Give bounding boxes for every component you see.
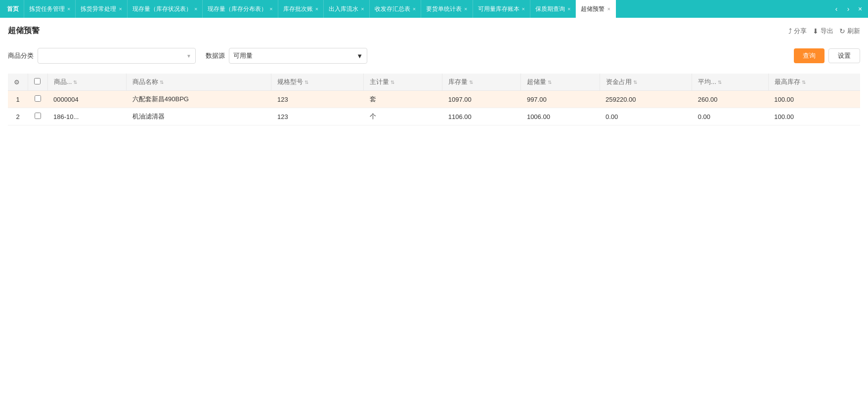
th-capital-occupied[interactable]: 资金占用 ⇅: [600, 74, 692, 91]
query-button[interactable]: 查询: [794, 48, 825, 63]
cell-avg: 0.00: [692, 108, 769, 125]
product-category-select[interactable]: ▼: [38, 48, 196, 64]
nav-tab-order-stats[interactable]: 要货单统计表 ×: [421, 0, 473, 18]
th-avg[interactable]: 平均... ⇅: [692, 74, 769, 91]
sort-icon-product-name: ⇅: [160, 79, 164, 85]
data-table: ⚙ 商品... ⇅ 商品名称 ⇅: [8, 74, 860, 125]
th-spec-model[interactable]: 规格型号 ⇅: [271, 74, 364, 91]
th-inventory[interactable]: 库存量 ⇅: [442, 74, 521, 91]
close-tab-order-stats[interactable]: ×: [464, 6, 467, 12]
datasource-chevron-icon: ▼: [356, 52, 363, 60]
filter-actions: 查询 设置: [794, 48, 860, 63]
cell-inventory: 1097.00: [442, 91, 521, 108]
cell-avg: 260.00: [692, 91, 769, 108]
sort-icon-capital: ⇅: [633, 79, 637, 85]
th-product-code[interactable]: 商品... ⇅: [47, 74, 127, 91]
cell-overstock: 1006.00: [521, 108, 600, 125]
refresh-icon: ↻: [839, 27, 845, 35]
cell-product-code: 186-10...: [47, 108, 127, 125]
nav-tab-inventory-batch[interactable]: 库存批次账 ×: [278, 0, 324, 18]
th-checkbox: [28, 74, 47, 91]
th-overstock[interactable]: 超储量 ⇅: [521, 74, 600, 91]
page-title: 超储预警: [8, 26, 40, 36]
nav-tab-available-ledger[interactable]: 可用量库存账本 ×: [473, 0, 530, 18]
cell-product-name: 机油滤清器: [127, 108, 271, 125]
sort-icon-unit: ⇅: [391, 79, 394, 85]
close-tab-collect-summary[interactable]: ×: [413, 6, 416, 12]
nav-tab-overstock-alert[interactable]: 超储预警 ×: [576, 0, 615, 18]
row-num-cell: 2: [8, 108, 28, 125]
th-unit[interactable]: 主计量 ⇅: [364, 74, 442, 91]
settings-button[interactable]: 设置: [828, 48, 860, 63]
cell-capital-occupied: 0.00: [600, 108, 692, 125]
cell-unit: 个: [364, 108, 442, 125]
close-tab-inventory-status[interactable]: ×: [194, 6, 197, 12]
sort-icon-inventory: ⇅: [469, 79, 473, 85]
close-tab-overstock-alert[interactable]: ×: [607, 6, 610, 12]
settings-gear-icon[interactable]: ⚙: [14, 79, 20, 86]
chevron-down-icon: ▼: [186, 53, 191, 59]
nav-arrow-close[interactable]: ×: [854, 0, 866, 18]
sort-icon-avg: ⇅: [718, 79, 722, 85]
cell-spec-model: 123: [271, 108, 364, 125]
sort-icon-product-code: ⇅: [73, 79, 77, 85]
page-header: 超储预警 ⤴ 分享 ⬇ 导出 ↻ 刷新: [8, 26, 860, 36]
share-button[interactable]: ⤴ 分享: [788, 27, 807, 36]
datasource-select[interactable]: 可用量 ▼: [229, 48, 367, 64]
datasource-group: 数据源 可用量 ▼: [206, 48, 367, 64]
cell-max-inventory: 100.00: [768, 108, 860, 125]
close-tab-available-ledger[interactable]: ×: [522, 6, 525, 12]
row-checkbox-0[interactable]: [35, 95, 41, 102]
close-tab-quality-check[interactable]: ×: [567, 6, 570, 12]
export-button[interactable]: ⬇ 导出: [813, 27, 833, 36]
cell-inventory: 1106.00: [442, 108, 521, 125]
nav-tab-home[interactable]: 首页: [2, 0, 24, 18]
cell-product-code: 0000004: [47, 91, 127, 108]
product-category-group: 商品分类 ▼: [8, 48, 196, 64]
close-tab-inventory-batch[interactable]: ×: [315, 6, 318, 12]
datasource-label: 数据源: [206, 51, 225, 60]
cell-overstock: 997.00: [521, 91, 600, 108]
table-row: 2 186-10... 机油滤清器 123 个 1106.00 1006.00 …: [8, 108, 860, 125]
cell-spec-model: 123: [271, 91, 364, 108]
nav-tab-inventory-dist[interactable]: 现存量（库存分布表） ×: [203, 0, 278, 18]
select-all-checkbox[interactable]: [34, 78, 41, 84]
nav-tab-quality-check[interactable]: 保质期查询 ×: [530, 0, 576, 18]
cell-max-inventory: 100.00: [768, 91, 860, 108]
refresh-button[interactable]: ↻ 刷新: [839, 27, 860, 36]
th-settings: ⚙: [8, 74, 28, 91]
sort-icon-max-inventory: ⇅: [802, 79, 806, 85]
close-tab-task-mgmt[interactable]: ×: [67, 6, 70, 12]
share-icon: ⤴: [788, 27, 792, 35]
page-content: 超储预警 ⤴ 分享 ⬇ 导出 ↻ 刷新 商品分类 ▼ 数据源: [0, 18, 868, 395]
nav-arrow-left[interactable]: ‹: [830, 0, 842, 18]
datasource-value: 可用量: [233, 51, 253, 60]
row-checkbox-cell: [28, 108, 47, 125]
row-checkbox-cell: [28, 91, 47, 108]
row-checkbox-1[interactable]: [35, 113, 41, 119]
cell-product-name: 六配套新昌490BPG: [127, 91, 271, 108]
close-tab-inventory-dist[interactable]: ×: [269, 6, 272, 12]
nav-tab-abnormal[interactable]: 拣货异常处理 ×: [76, 0, 127, 18]
cell-unit: 套: [364, 91, 442, 108]
product-category-label: 商品分类: [8, 51, 34, 60]
export-icon: ⬇: [813, 27, 819, 35]
top-navigation: 首页 拣货任务管理 × 拣货异常处理 × 现存量（库存状况表） × 现存量（库存…: [0, 0, 868, 18]
filter-row: 商品分类 ▼ 数据源 可用量 ▼ 查询 设置: [8, 44, 860, 68]
table-header-row: ⚙ 商品... ⇅ 商品名称 ⇅: [8, 74, 860, 91]
row-num-cell: 1: [8, 91, 28, 108]
close-tab-abnormal[interactable]: ×: [119, 6, 122, 12]
close-tab-inout-flow[interactable]: ×: [361, 6, 364, 12]
th-product-name[interactable]: 商品名称 ⇅: [127, 74, 271, 91]
sort-icon-spec-model: ⇅: [304, 79, 308, 85]
nav-arrows: ‹ › ×: [830, 0, 866, 18]
nav-tab-task-mgmt[interactable]: 拣货任务管理 ×: [24, 0, 76, 18]
nav-tab-inventory-status[interactable]: 现存量（库存状况表） ×: [128, 0, 203, 18]
nav-tab-collect-summary[interactable]: 收发存汇总表 ×: [370, 0, 421, 18]
sort-icon-overstock: ⇅: [548, 79, 552, 85]
th-max-inventory[interactable]: 最高库存 ⇅: [768, 74, 860, 91]
nav-tab-inout-flow[interactable]: 出入库流水 ×: [324, 0, 369, 18]
nav-arrow-right[interactable]: ›: [842, 0, 854, 18]
table-row: 1 0000004 六配套新昌490BPG 123 套 1097.00 997.…: [8, 91, 860, 108]
header-actions: ⤴ 分享 ⬇ 导出 ↻ 刷新: [788, 27, 860, 36]
